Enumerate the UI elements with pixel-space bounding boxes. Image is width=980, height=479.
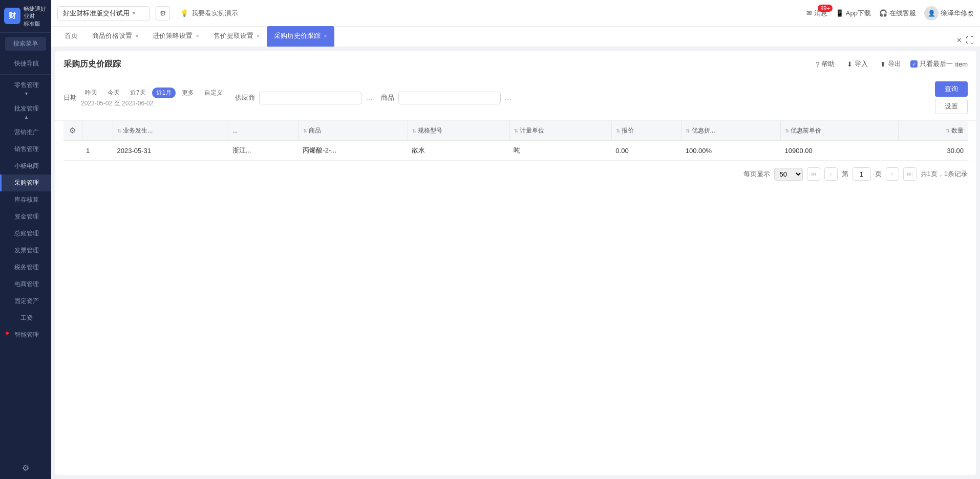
message-badge: 99+ <box>818 5 833 12</box>
invoice-label: 发票管理 <box>14 246 39 255</box>
assets-label: 固定资产 <box>14 297 39 306</box>
page-input[interactable] <box>853 167 871 181</box>
price-sort-icon[interactable]: ⇅ <box>616 128 620 134</box>
tab-sale-price-close-icon[interactable]: × <box>257 33 260 39</box>
table-header-goods: ⇅ 商品 <box>299 121 408 141</box>
row-discount-cell: 100.00% <box>681 141 781 161</box>
ecommerce-small-label: 小畅电商 <box>14 162 39 170</box>
date-option-more[interactable]: 更多 <box>178 88 198 98</box>
page-next-button[interactable]: › <box>886 167 899 181</box>
message-button[interactable]: ✉ 消息 99+ <box>806 9 827 18</box>
sidebar-item-assets[interactable]: 固定资产 <box>0 293 51 310</box>
demo-button[interactable]: 💡 我要看实例演示 <box>176 7 242 20</box>
tab-purchase-history[interactable]: 采购历史价跟踪 × <box>267 26 334 47</box>
supplier-input[interactable] <box>259 92 361 104</box>
table-header-dots: ... <box>228 121 299 141</box>
sidebar-item-marketing[interactable]: 营销推广 <box>0 124 51 141</box>
page-unit: 页 <box>875 169 882 179</box>
sidebar-item-inventory[interactable]: 库存核算 <box>0 191 51 208</box>
sidebar-item-invoice[interactable]: 发票管理 <box>0 242 51 259</box>
only-last-label: 只看最后一 <box>920 59 953 69</box>
sidebar-search[interactable]: 搜索菜单 <box>0 33 51 55</box>
export-button[interactable]: ⬆ 导出 <box>877 57 904 71</box>
sidebar-item-wholesale[interactable]: 批发管理 ▲ <box>0 100 51 124</box>
search-menu-label[interactable]: 搜索菜单 <box>5 37 46 51</box>
page-first-button[interactable]: ⏮ <box>807 167 820 181</box>
table-gear-icon[interactable]: ⚙ <box>69 126 76 135</box>
sidebar-gear-button[interactable]: ⚙ <box>0 457 51 479</box>
sidebar-item-sales[interactable]: 销售管理 <box>0 141 51 158</box>
date-option-7days[interactable]: 近7天 <box>126 88 150 98</box>
filter-actions: 查询 设置 <box>935 81 968 114</box>
page-last-button[interactable]: ⏭ <box>903 167 917 181</box>
finance-label: 资金管理 <box>14 212 39 221</box>
sidebar-item-tax[interactable]: 税务管理 <box>0 259 51 276</box>
date-sort-icon[interactable]: ⇅ <box>117 128 121 134</box>
page-prev-button[interactable]: ‹ <box>824 167 838 181</box>
goods-input[interactable] <box>398 92 501 104</box>
sidebar-item-ecommerce[interactable]: 电商管理 <box>0 276 51 293</box>
content-area: 采购历史价跟踪 ? 帮助 ⬇ 导入 ⬆ 导出 ✓ 只看最后一 item <box>55 51 976 475</box>
only-last-checkbox[interactable]: ✓ 只看最后一 item <box>910 59 968 69</box>
header-gear-button[interactable]: ⚙ <box>156 6 170 20</box>
row-goods-cell: 丙烯酸-2-... <box>299 141 408 161</box>
app-download-label: App下载 <box>846 9 871 18</box>
tab-price[interactable]: 商品价格设置 × <box>85 26 145 47</box>
sidebar-item-quick-nav[interactable]: 快捷导航 <box>0 55 51 72</box>
sidebar-item-ledger[interactable]: 总账管理 <box>0 225 51 242</box>
supplier-dots[interactable]: ... <box>366 93 372 102</box>
version-selector[interactable]: 好业财标准版交付试用 ▾ <box>57 6 150 20</box>
top-header: 好业财标准版交付试用 ▾ ⚙ 💡 我要看实例演示 ✉ 消息 99+ 📱 App下… <box>51 0 980 27</box>
page-label: 第 <box>842 169 848 179</box>
spec-sort-icon[interactable]: ⇅ <box>412 128 416 134</box>
tab-close-button[interactable]: × <box>957 36 962 45</box>
online-service-button[interactable]: 🎧 在线客服 <box>879 9 916 18</box>
table-header-price: ⇅ 报价 <box>611 121 681 141</box>
help-button[interactable]: ? 帮助 <box>813 57 838 71</box>
discount-sort-icon[interactable]: ⇅ <box>686 128 690 134</box>
chevron-down-icon: ▾ <box>133 10 135 16</box>
sidebar-item-retail[interactable]: 零售管理 ▼ <box>0 77 51 100</box>
sidebar-item-smart[interactable]: 智能管理 <box>0 326 51 343</box>
qty-sort-icon[interactable]: ⇅ <box>946 128 950 134</box>
row-unit-cell: 吨 <box>509 141 611 161</box>
query-button[interactable]: 查询 <box>935 81 968 97</box>
table-header-gear: ⚙ <box>63 121 82 141</box>
goods-sort-icon[interactable]: ⇅ <box>303 128 307 134</box>
tab-home[interactable]: 首页 <box>57 26 85 47</box>
tab-strategy-close-icon[interactable]: × <box>196 33 199 39</box>
pre-discount-sort-icon[interactable]: ⇅ <box>785 128 789 134</box>
per-page-select[interactable]: 20 50 100 <box>774 168 803 181</box>
unit-sort-icon[interactable]: ⇅ <box>514 128 518 134</box>
table-row: 1 2023-05-31 浙江... 丙烯酸-2-... 散水 吨 0.00 1… <box>63 141 968 161</box>
date-option-1month[interactable]: 近1月 <box>152 88 176 98</box>
import-button[interactable]: ⬇ 导入 <box>844 57 871 71</box>
sidebar-item-ecommerce-small[interactable]: 小畅电商 <box>0 158 51 175</box>
date-option-yesterday[interactable]: 昨天 <box>81 88 101 98</box>
user-menu-button[interactable]: 👤 徐泽华修改 <box>924 6 974 20</box>
supplier-filter-group: 供应商 ... <box>235 92 372 104</box>
table-header-row: ⚙ ⇅ 业务发生... ... ⇅ 商品 ⇅ <box>63 121 968 141</box>
online-service-label: 在线客服 <box>889 9 916 18</box>
goods-filter-label: 商品 <box>381 93 394 102</box>
page-actions: ? 帮助 ⬇ 导入 ⬆ 导出 ✓ 只看最后一 item <box>813 57 968 71</box>
date-option-custom[interactable]: 自定义 <box>200 88 227 98</box>
sidebar-item-finance[interactable]: 资金管理 <box>0 208 51 225</box>
sidebar-item-payroll[interactable]: 工资 <box>0 310 51 326</box>
goods-dots[interactable]: ... <box>505 93 512 102</box>
setting-button[interactable]: 设置 <box>935 99 968 114</box>
date-option-today[interactable]: 今天 <box>103 88 124 98</box>
table-header-spec: ⇅ 规格型号 <box>408 121 509 141</box>
tab-strategy[interactable]: 进价策略设置 × <box>145 26 206 47</box>
sidebar-item-purchase[interactable]: 采购管理 <box>0 175 51 191</box>
pagination: 每页显示 20 50 100 ⏮ ‹ 第 页 › ⏭ 共1页，1条记录 <box>55 161 976 187</box>
import-icon: ⬇ <box>847 60 853 68</box>
tab-purchase-history-close-icon[interactable]: × <box>324 33 327 39</box>
row-qty-cell: 30.00 <box>899 141 968 161</box>
page-title: 采购历史价跟踪 <box>63 59 121 70</box>
checkbox-checked-icon: ✓ <box>910 60 918 68</box>
app-download-button[interactable]: 📱 App下载 <box>836 9 871 18</box>
tab-price-close-icon[interactable]: × <box>135 33 138 39</box>
tab-expand-button[interactable]: ⛶ <box>966 36 974 45</box>
tab-sale-price[interactable]: 售价提取设置 × <box>206 26 267 47</box>
